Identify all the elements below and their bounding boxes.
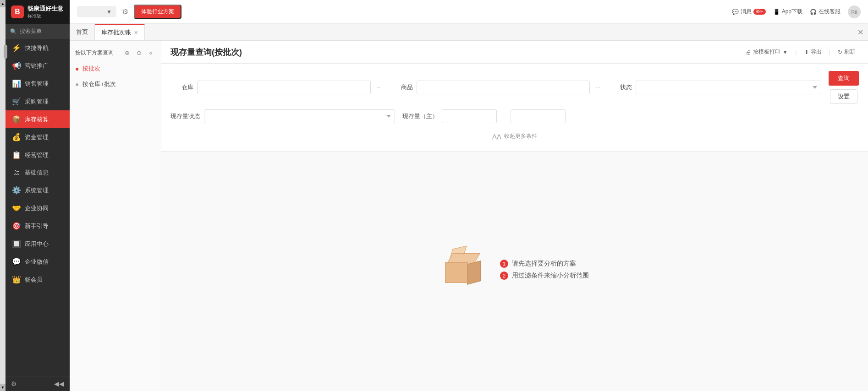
breadcrumb-arrow: ▼ [106,9,112,15]
app-name: 畅康通好生意 [27,5,63,13]
product-input[interactable] [417,81,590,94]
topbar-right: 💬 消息 99+ 📱 App下载 🎧 在线客服 Rit [732,5,861,18]
nav-label-collab: 企业协同 [25,204,49,212]
app-edition: 标准版 [27,13,63,19]
sidebar-item-member[interactable]: 👑 畅会员 [5,271,70,288]
add-filter-btn[interactable]: ⊕ [122,48,132,57]
print-template-btn[interactable]: 🖨 按模板打印 ▼ [742,46,791,58]
content-area: 按以下方案查询 ⊕ ⊙ « ● 按批次 ● 按仓库+批次 现存量查询(按批次) [70,41,868,391]
inventory-qty-to[interactable] [511,109,566,123]
printer-icon: 🖨 [746,49,751,55]
user-menu[interactable]: Rit [848,5,861,18]
nav-icon-finance: 💰 [12,133,21,141]
scroll-up[interactable]: ▲ [0,0,5,7]
action-sep-2: | [829,49,830,55]
refresh-btn[interactable]: ↻ 刷新 [834,46,859,58]
sidebar-item-apps[interactable]: 🔲 应用中心 [5,235,70,253]
sidebar-item-quick-nav[interactable]: ⚡ 快捷导航 [5,39,70,57]
product-input-wrapper [417,81,590,94]
empty-inner: 1 请先选择要分析的方案 2 用过滤条件来缩小分析范围 [440,249,589,294]
app-title: 畅康通好生意 标准版 [27,5,63,19]
phone-icon: 📱 [773,9,780,15]
messages-label: 消息 [741,8,752,16]
config-filter-btn[interactable]: ⊙ [134,48,143,57]
sidebar-item-inventory[interactable]: 📦 库存核算 [5,110,70,128]
search-icon: 🔍 [10,28,17,35]
inventory-status-select[interactable] [204,109,395,123]
nav-icon-apps: 🔲 [12,239,21,248]
nav-icon-guide: 🎯 [12,222,21,230]
messages-btn[interactable]: 💬 消息 99+ [732,8,766,16]
sidebar-item-system[interactable]: ⚙️ 系统管理 [5,181,70,199]
breadcrumb[interactable]: ▼ [77,6,116,17]
product-more-btn[interactable]: ··· [593,84,602,91]
panel-close-btn[interactable]: ✕ [853,28,868,37]
nav-icon-marketing: 📢 [12,61,21,70]
user-name: Rit [851,9,857,15]
collapse-icon[interactable]: ◀◀ [54,380,64,387]
nav-label-guide: 新手引导 [25,222,49,230]
warehouse-field: 仓库 ··· [170,81,383,94]
sidebar-item-wechat[interactable]: 💬 企业微信 [5,253,70,271]
trial-btn[interactable]: 体验行业方案 [134,5,181,19]
page-actions: 🖨 按模板打印 ▼ | ⬆ 导出 | ↻ 刷新 [742,46,859,58]
nav-icon-sales: 📊 [12,79,21,88]
scroll-down[interactable]: ▼ [0,384,5,391]
main-content: 现存量查询(按批次) 🖨 按模板打印 ▼ | ⬆ 导出 | ↻ [161,41,868,391]
sidebar-item-sales[interactable]: 📊 销售管理 [5,75,70,92]
warehouse-input[interactable] [197,81,371,94]
collapse-more-btn[interactable]: ⋀⋀ 收起更多条件 [170,129,859,144]
search-row-1: 仓库 ··· 商品 ··· 状态 [170,71,859,104]
hint-1: 1 请先选择要分析的方案 [500,260,589,268]
nav-icon-operations: 📋 [12,151,21,159]
sidebar-item-operations[interactable]: 📋 经营管理 [5,146,70,164]
filter-item-warehouse-batch[interactable]: ● 按仓库+批次 [70,76,161,92]
nav-icon-collab: 🤝 [12,204,21,212]
sidebar-item-guide[interactable]: 🎯 新手引导 [5,217,70,235]
nav-label-marketing: 营销推广 [25,62,49,70]
nav-label-sales: 销售管理 [25,80,49,88]
warehouse-more-btn[interactable]: ··· [374,84,383,91]
status-select[interactable] [636,81,821,94]
settings-btn-form[interactable]: 设置 [830,89,857,104]
tab-inventory-batch[interactable]: 库存批次账✕ [95,24,145,40]
nav-label-system: 系统管理 [25,186,49,195]
page-title: 现存量查询(按批次) [170,47,242,58]
print-label: 按模板打印 [753,48,780,56]
app-download-label: App下载 [782,8,802,16]
nav-label-apps: 应用中心 [25,240,49,248]
collapse-filter-btn[interactable]: « [146,48,155,57]
export-btn[interactable]: ⬆ 导出 [801,46,825,58]
sidebar-scroll[interactable]: ▲ ▼ [0,0,5,391]
sidebar-item-marketing[interactable]: 📢 营销推广 [5,57,70,75]
inventory-qty-from[interactable] [442,109,497,123]
hint-text-2: 用过滤条件来缩小分析范围 [512,272,589,280]
status-field: 状态 [609,81,821,94]
tabs-bar: 首页库存批次账✕ ✕ [70,24,868,41]
sidebar-item-collab[interactable]: 🤝 企业协同 [5,199,70,217]
app-download-btn[interactable]: 📱 App下载 [773,8,802,16]
nav-label-finance: 资金管理 [25,133,49,141]
action-sep-1: | [795,49,797,55]
hint-text-1: 请先选择要分析的方案 [512,260,576,268]
sidebar-item-finance[interactable]: 💰 资金管理 [5,128,70,146]
tab-label-inventory-batch: 库存批次账 [101,28,131,37]
headset-icon: 🎧 [810,9,817,15]
sidebar-item-basics[interactable]: 🗂 基础信息 [5,164,70,181]
nav-icon-member: 👑 [12,275,21,284]
tab-label-home: 首页 [76,28,88,36]
sidebar: B 畅康通好生意 标准版 🔍 搜索菜单 ⚡ 快捷导航 📢 营销推广 📊 销售管理… [5,0,70,391]
online-service-btn[interactable]: 🎧 在线客服 [810,8,841,16]
filter-item-batch[interactable]: ● 按批次 [70,61,161,76]
tab-close-inventory-batch[interactable]: ✕ [134,30,138,36]
inventory-qty-field: 现存量（主） — [402,109,627,123]
nav-icon-wechat: 💬 [12,257,21,266]
query-btn[interactable]: 查询 [829,71,859,86]
tab-home[interactable]: 首页 [70,24,95,40]
settings-icon[interactable]: ⚙ [11,380,17,387]
sidebar-item-purchase[interactable]: 🛒 采购管理 [5,92,70,110]
sidebar-search[interactable]: 🔍 搜索菜单 [5,24,70,39]
filter-icon-warehouse-batch: ● [75,81,79,88]
refresh-icon: ↻ [838,49,842,55]
settings-btn[interactable]: ⚙ [122,7,128,16]
